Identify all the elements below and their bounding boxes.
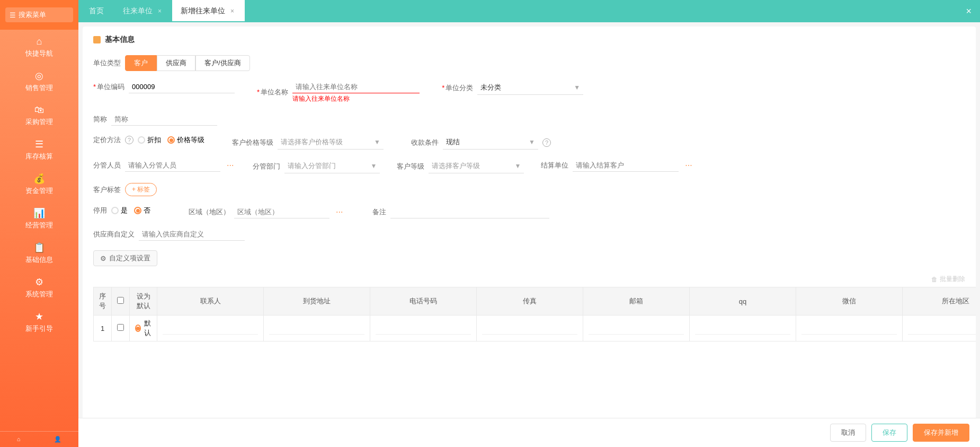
col-check xyxy=(112,287,130,315)
sidebar-item-quick-nav[interactable]: ⌂快捷导航 xyxy=(0,30,78,64)
cell-address[interactable] xyxy=(264,315,370,341)
payment-terms-group: 收款条件 现结 ▼ ? xyxy=(411,135,551,150)
sidebar-bottom-home[interactable]: ⌂ xyxy=(17,436,21,443)
system-icon: ⚙ xyxy=(35,276,43,288)
unit-name-error: 请输入往来单位名称 xyxy=(292,94,420,103)
section-title-basic: 基本信息 xyxy=(93,35,965,45)
unit-category-select[interactable]: 未分类 ▼ xyxy=(477,81,583,95)
batch-delete-label: 批量删除 xyxy=(940,275,965,284)
sidebar-bottom-user[interactable]: 👤 xyxy=(54,436,61,443)
chevron-down-icon5: ▼ xyxy=(514,162,521,170)
save-button[interactable]: 保存 xyxy=(871,424,907,442)
address-input[interactable] xyxy=(269,322,364,335)
sidebar-item-system[interactable]: ⚙系统管理 xyxy=(0,270,78,304)
settlement-unit-input[interactable] xyxy=(573,159,679,172)
row-region-input[interactable] xyxy=(908,322,976,335)
pricing-discount[interactable]: 折扣 xyxy=(138,135,161,145)
tab-new-contact-close[interactable]: × xyxy=(228,6,236,16)
col-phone: 电话号码 xyxy=(370,287,477,315)
manager-input[interactable] xyxy=(125,159,220,172)
sidebar-item-guide[interactable]: ★新手引导 xyxy=(0,304,78,339)
pricing-help-icon[interactable]: ? xyxy=(125,136,133,144)
add-tag-button[interactable]: + 标签 xyxy=(125,183,157,196)
custom-settings-button[interactable]: ⚙ 自定义项设置 xyxy=(93,250,157,266)
table-header-row: 序号 设为默认 联系人 到货地址 电话号码 传真 邮箱 qq 微信 所在地区 操… xyxy=(94,287,976,315)
delete-icon: 🗑 xyxy=(931,276,938,283)
disabled-yes[interactable]: 是 xyxy=(111,206,128,215)
unit-code-input[interactable] xyxy=(129,81,235,93)
close-all-button[interactable]: × xyxy=(957,6,980,17)
payment-terms-select[interactable]: 现结 ▼ xyxy=(443,135,538,150)
phone-input[interactable] xyxy=(376,322,471,335)
short-name-input[interactable] xyxy=(111,113,217,126)
settlement-more-icon[interactable]: ··· xyxy=(683,161,694,170)
col-address: 到货地址 xyxy=(264,287,370,315)
sidebar-item-label: 基础信息 xyxy=(25,255,53,265)
qq-input[interactable] xyxy=(695,322,790,335)
cell-fax[interactable] xyxy=(477,315,583,341)
chevron-down-icon3: ▼ xyxy=(529,138,535,146)
email-input[interactable] xyxy=(589,322,684,335)
tab-home[interactable]: 首页 xyxy=(78,0,114,22)
unit-type-supplier[interactable]: 供应商 xyxy=(157,55,195,71)
customer-price-level-select[interactable]: 请选择客户价格等级 ▼ xyxy=(278,135,384,150)
sidebar-item-label: 库存核算 xyxy=(25,152,53,161)
tab-contacts[interactable]: 往来单位 × xyxy=(114,0,172,22)
select-all-checkbox[interactable] xyxy=(117,297,124,304)
sidebar-item-label: 系统管理 xyxy=(25,290,53,299)
customer-level-select[interactable]: 请选择客户等级 ▼ xyxy=(429,159,524,173)
unit-type-customer[interactable]: 客户 xyxy=(125,55,157,71)
short-name-row: 简称 xyxy=(93,113,965,126)
cell-phone[interactable] xyxy=(370,315,477,341)
sidebar-item-sales[interactable]: ◎销售管理 xyxy=(0,64,78,98)
unit-type-row: 单位类型 客户 供应商 客户/供应商 xyxy=(93,55,965,71)
contacts-table: 序号 设为默认 联系人 到货地址 电话号码 传真 邮箱 qq 微信 所在地区 操… xyxy=(93,287,976,341)
manager-more-icon[interactable]: ··· xyxy=(225,161,236,170)
pricing-level[interactable]: 价格等级 xyxy=(167,135,204,145)
cancel-button[interactable]: 取消 xyxy=(830,424,866,442)
region-more-icon[interactable]: ··· xyxy=(334,207,345,217)
cell-contact[interactable] xyxy=(157,315,264,341)
unit-category-value: 未分类 xyxy=(480,83,501,92)
disabled-yes-radio xyxy=(111,207,119,214)
disabled-yes-label: 是 xyxy=(121,206,128,215)
supplier-custom-input[interactable] xyxy=(139,228,245,241)
unit-name-input[interactable] xyxy=(292,81,420,93)
sidebar-item-inventory[interactable]: ☰库存核算 xyxy=(0,132,78,166)
tab-bar: 首页 往来单位 × 新增往来单位 × × xyxy=(78,0,980,22)
department-select[interactable]: 请输入分管部门 ▼ xyxy=(284,159,380,173)
cell-email[interactable] xyxy=(583,315,690,341)
contact-input[interactable] xyxy=(163,322,258,335)
fax-input[interactable] xyxy=(482,322,577,335)
sidebar-search-area[interactable]: ☰ 搜索菜单 xyxy=(0,0,78,30)
search-menu[interactable]: ☰ 搜索菜单 xyxy=(5,7,73,22)
sidebar-item-operations[interactable]: 📊经营管理 xyxy=(0,201,78,235)
manager-group: 分管人员 ··· xyxy=(93,159,236,172)
cell-check[interactable] xyxy=(112,315,130,341)
region-input[interactable] xyxy=(234,206,329,218)
finance-icon: 💰 xyxy=(33,173,45,185)
sidebar-item-finance[interactable]: 💰资金管理 xyxy=(0,166,78,201)
sidebar-item-purchase[interactable]: 🛍采购管理 xyxy=(0,98,78,132)
unit-type-label: 单位类型 xyxy=(93,58,121,68)
batch-delete-button[interactable]: 🗑 批量删除 xyxy=(931,275,965,284)
row-checkbox[interactable] xyxy=(117,324,124,331)
save-new-button[interactable]: 保存并新增 xyxy=(913,424,969,442)
custom-settings-wrapper: ⚙ 自定义项设置 xyxy=(93,250,965,266)
sidebar-item-label: 快捷导航 xyxy=(25,49,53,58)
disabled-no[interactable]: 否 xyxy=(134,206,150,215)
unit-type-both[interactable]: 客户/供应商 xyxy=(195,55,250,71)
payment-help-icon[interactable]: ? xyxy=(542,138,551,147)
form-content: 基本信息 单位类型 客户 供应商 客户/供应商 单位编码 单位名称 xyxy=(83,27,976,443)
cell-qq[interactable] xyxy=(690,315,796,341)
cell-region[interactable] xyxy=(903,315,976,341)
sidebar-item-basic-info[interactable]: 📋基础信息 xyxy=(0,235,78,270)
tab-new-contact[interactable]: 新增往来单位 × xyxy=(172,0,245,22)
operations-icon: 📊 xyxy=(33,207,45,219)
cell-wechat[interactable] xyxy=(796,315,903,341)
notes-input[interactable] xyxy=(390,206,549,218)
row-default-radio[interactable]: 默认 xyxy=(135,319,152,338)
wechat-input[interactable] xyxy=(801,322,897,335)
tab-new-contact-label: 新增往来单位 xyxy=(181,6,225,16)
tab-contacts-close[interactable]: × xyxy=(156,6,164,16)
